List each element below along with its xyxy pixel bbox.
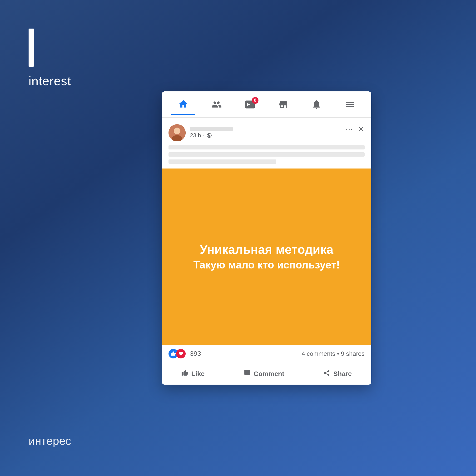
logo-area: interest	[29, 29, 71, 88]
comments-shares-label: 4 comments • 9 shares	[302, 350, 365, 357]
text-line-1	[169, 145, 365, 150]
share-label: Share	[333, 370, 352, 378]
comment-button[interactable]: Comment	[237, 365, 291, 383]
avatar	[169, 124, 186, 141]
close-post-button[interactable]: ✕	[357, 124, 365, 134]
nav-notifications[interactable]	[305, 94, 328, 115]
background: interest интерес 8	[0, 0, 476, 476]
logo-bar-icon	[29, 29, 34, 67]
nav-marketplace[interactable]	[271, 94, 295, 115]
nav-home[interactable]	[171, 94, 195, 115]
like-label: Like	[191, 370, 205, 378]
comment-icon	[244, 369, 251, 378]
reaction-count: 393	[190, 350, 201, 357]
svg-point-1	[174, 128, 180, 134]
more-options-button[interactable]: ···	[346, 124, 353, 134]
nav-video[interactable]: 8	[238, 94, 262, 115]
text-line-2	[169, 152, 365, 157]
post-header: 23 h · ··· ✕	[162, 118, 371, 145]
post-time: 23 h ·	[190, 132, 233, 139]
nav-friends[interactable]	[205, 94, 228, 115]
reactions-bar: 393 4 comments • 9 shares	[162, 345, 371, 363]
like-button[interactable]: Like	[174, 365, 212, 383]
reactions-left: 393	[169, 349, 201, 358]
logo-text: interest	[29, 74, 71, 88]
post-image: Уникальная методика Такую мало кто испол…	[162, 169, 371, 345]
post-meta: 23 h ·	[190, 127, 233, 139]
bottom-label: интерес	[29, 434, 71, 447]
share-icon	[323, 369, 330, 378]
reaction-icons	[169, 349, 186, 358]
facebook-navbar: 8	[162, 91, 371, 118]
username-placeholder	[190, 127, 233, 131]
like-icon	[181, 369, 188, 378]
post-image-title: Уникальная методика	[200, 242, 333, 256]
post-text-area	[162, 145, 371, 169]
post-header-left: 23 h ·	[169, 124, 233, 141]
post-image-subtitle: Такую мало кто использует!	[193, 259, 340, 271]
action-buttons: Like Comment Share	[162, 363, 371, 385]
comment-label: Comment	[254, 370, 284, 378]
love-reaction-icon	[176, 349, 186, 358]
nav-menu[interactable]	[338, 94, 362, 115]
facebook-post: 23 h · ··· ✕	[162, 118, 371, 385]
post-actions: ··· ✕	[346, 124, 365, 134]
text-line-3	[169, 159, 276, 164]
share-button[interactable]: Share	[316, 365, 359, 383]
facebook-mockup: 8	[162, 91, 371, 385]
video-badge: 8	[252, 97, 258, 104]
